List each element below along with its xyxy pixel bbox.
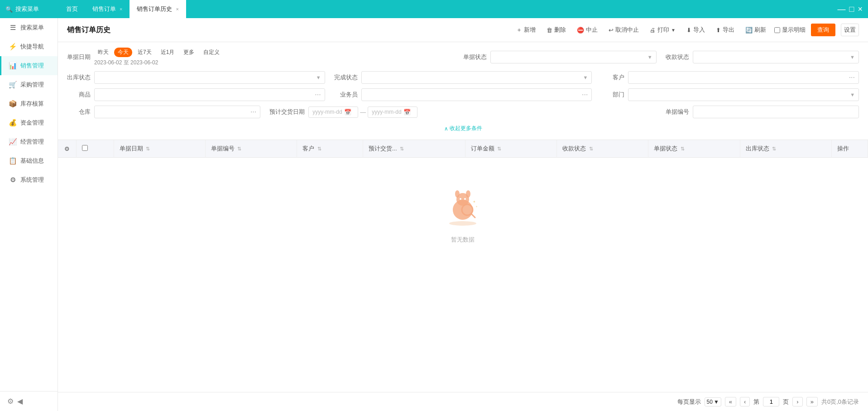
col-payment-status[interactable]: 收款状态 ⇅ xyxy=(556,140,648,158)
warehouse-input[interactable]: ··· xyxy=(94,106,260,118)
table-body: ✦ ✦ 暂无数据 xyxy=(58,158,868,271)
order-number-label: 单据编号 xyxy=(666,108,693,116)
cancel-stop-button[interactable]: ↩ 取消中止 xyxy=(606,24,642,36)
sidebar-settings-icon[interactable]: ⚙ xyxy=(7,397,14,406)
filter-customer: 客户 ··· xyxy=(592,71,859,84)
sidebar-basic-info-label: 基础信息 xyxy=(20,157,44,165)
select-all-checkbox[interactable] xyxy=(82,145,88,151)
filter-row-3: 商品 ··· 业务员 ··· 部门 ▼ xyxy=(67,88,859,101)
print-label: 打印 xyxy=(657,26,669,34)
display-details-label: 显示明细 xyxy=(782,26,806,34)
tab-sales-order-label: 销售订单 xyxy=(92,5,116,13)
next-page-button[interactable]: › xyxy=(792,397,802,406)
export-button[interactable]: ⬆ 导出 xyxy=(713,24,737,36)
search-bar[interactable]: 🔍 搜索菜单 xyxy=(0,2,59,16)
filter-order-number: 单据编号 xyxy=(657,106,859,118)
date-chip-more[interactable]: 更多 xyxy=(180,48,198,57)
finance-icon: 💰 xyxy=(9,119,17,127)
product-input[interactable]: ··· xyxy=(94,88,325,101)
import-button[interactable]: ⬇ 导入 xyxy=(684,24,708,36)
sidebar-item-system[interactable]: ⚙ 系统管理 xyxy=(0,170,58,189)
print-button[interactable]: 🖨 打印 ▼ xyxy=(647,24,678,36)
print-icon: 🖨 xyxy=(650,27,656,34)
order-status-dropdown-icon: ▼ xyxy=(647,54,652,60)
salesperson-label: 业务员 xyxy=(334,91,361,99)
tab-sales-order[interactable]: 销售订单 × xyxy=(85,0,129,18)
table-settings-col[interactable]: ⚙ xyxy=(58,140,76,158)
sidebar-item-operations[interactable]: 📈 经营管理 xyxy=(0,132,58,151)
delete-button[interactable]: 🗑 删除 xyxy=(544,24,569,36)
filter-warehouse-out-status: 出库状态 ▼ xyxy=(67,71,325,84)
empty-state: ✦ ✦ 暂无数据 xyxy=(58,158,868,271)
sidebar-item-inventory[interactable]: 📦 库存核算 xyxy=(0,94,58,113)
completion-select[interactable]: ▼ xyxy=(361,71,592,84)
display-details-checkbox[interactable] xyxy=(774,27,780,33)
table-header-row: ⚙ 单据日期 ⇅ 单据编号 ⇅ 客户 xyxy=(58,140,868,158)
sort-payment-icon: ⇅ xyxy=(589,146,593,151)
date-chips: 昨天 今天 近7天 近1月 更多 自定义 xyxy=(94,48,223,57)
collapse-link[interactable]: ∧ 收起更多条件 xyxy=(67,123,859,134)
tab-home[interactable]: 首页 xyxy=(59,0,85,18)
stop-button[interactable]: ⛔ 中止 xyxy=(574,24,600,36)
order-status-select[interactable]: ▼ xyxy=(490,51,657,63)
date-chip-yesterday[interactable]: 昨天 xyxy=(94,48,112,57)
department-dropdown-icon: ▼ xyxy=(850,92,855,97)
col-delivery[interactable]: 预计交货... ⇅ xyxy=(363,140,465,158)
col-order-status-label: 单据状态 xyxy=(654,145,677,152)
prev-page-button[interactable]: ‹ xyxy=(740,397,750,406)
warehouse-out-select[interactable]: ▼ xyxy=(94,71,325,84)
new-button[interactable]: ＋ 新增 xyxy=(513,24,538,36)
svg-point-4 xyxy=(466,190,470,198)
page-header: 销售订单历史 ＋ 新增 🗑 删除 ⛔ 中止 ↩ 取消中止 xyxy=(58,18,868,42)
filter-warehouse: 仓库 ··· xyxy=(67,106,260,118)
salesperson-input[interactable]: ··· xyxy=(361,88,592,101)
sidebar-collapse-icon[interactable]: ◀ xyxy=(17,397,23,406)
window-close-btn[interactable]: × xyxy=(858,5,863,14)
basic-info-icon: 📋 xyxy=(9,157,17,165)
refresh-button[interactable]: 🔄 刷新 xyxy=(743,24,769,36)
query-button[interactable]: 查询 xyxy=(811,24,835,36)
col-date[interactable]: 单据日期 ⇅ xyxy=(114,140,205,158)
payment-status-select[interactable]: ▼ xyxy=(693,51,859,63)
department-select[interactable]: ▼ xyxy=(628,88,859,101)
first-page-button[interactable]: « xyxy=(725,397,736,406)
window-maximize-btn[interactable]: □ xyxy=(849,5,854,14)
sidebar-item-quicknav[interactable]: ⚡ 快捷导航 xyxy=(0,37,58,56)
window-minimize-btn[interactable]: — xyxy=(838,5,846,14)
date-chip-1month[interactable]: 近1月 xyxy=(157,48,178,57)
warehouse-out-label: 出库状态 xyxy=(67,73,94,82)
sidebar-item-sales[interactable]: 📊 销售管理 xyxy=(0,56,58,75)
completion-dropdown-icon: ▼ xyxy=(583,75,588,80)
delivery-date-to[interactable]: yyyy-mm-dd 📅 xyxy=(368,106,417,118)
tab-home-label: 首页 xyxy=(66,5,78,13)
page-number-input[interactable] xyxy=(763,397,779,406)
inventory-icon: 📦 xyxy=(9,100,17,108)
last-page-button[interactable]: » xyxy=(806,397,818,406)
col-amount[interactable]: 订单金额 ⇅ xyxy=(465,140,556,158)
delivery-date-from[interactable]: yyyy-mm-dd 📅 xyxy=(308,106,358,118)
close-history-tab[interactable]: × xyxy=(176,6,178,12)
sidebar-item-basic-info[interactable]: 📋 基础信息 xyxy=(0,151,58,170)
sidebar-item-finance[interactable]: 💰 资金管理 xyxy=(0,113,58,132)
page-size-select[interactable]: 50 ▼ xyxy=(705,397,721,406)
col-order-status[interactable]: 单据状态 ⇅ xyxy=(648,140,740,158)
tab-sales-order-history-label: 销售订单历史 xyxy=(137,5,172,13)
order-number-input[interactable] xyxy=(693,106,859,118)
sidebar-item-search[interactable]: ☰ 搜索菜单 xyxy=(0,18,58,37)
stop-label: 中止 xyxy=(586,26,598,34)
col-out-status[interactable]: 出库状态 ⇅ xyxy=(740,140,831,158)
col-customer-label: 客户 xyxy=(302,145,314,152)
col-number[interactable]: 单据编号 ⇅ xyxy=(205,140,297,158)
date-chip-custom[interactable]: 自定义 xyxy=(200,48,223,57)
empty-text: 暂无数据 xyxy=(451,236,475,244)
close-sales-order-tab[interactable]: × xyxy=(120,6,122,12)
sidebar-item-purchase[interactable]: 🛒 采购管理 xyxy=(0,75,58,94)
top-bar-tabs: 首页 销售订单 × 销售订单历史 × xyxy=(59,0,838,18)
settings-button[interactable]: 设置 xyxy=(841,24,859,36)
date-chip-today[interactable]: 今天 xyxy=(114,48,132,57)
customer-input[interactable]: ··· xyxy=(628,71,859,84)
col-customer[interactable]: 客户 ⇅ xyxy=(297,140,363,158)
display-details-checkbox-label[interactable]: 显示明细 xyxy=(774,26,806,34)
date-chip-7days[interactable]: 近7天 xyxy=(134,48,155,57)
tab-sales-order-history[interactable]: 销售订单历史 × xyxy=(129,0,186,18)
